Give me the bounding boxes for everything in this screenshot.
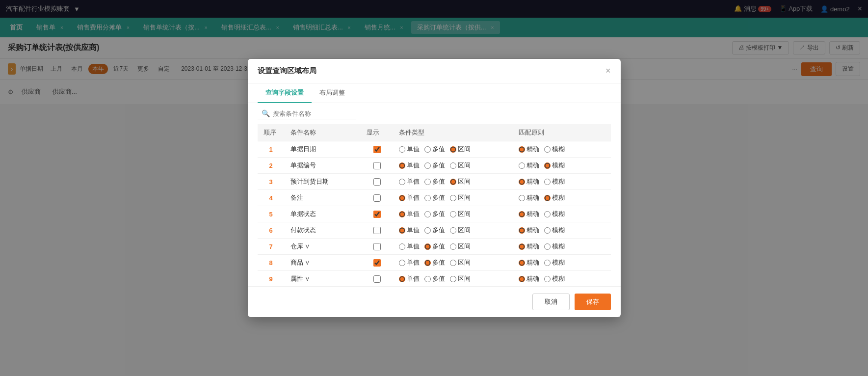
- radio-type-单值[interactable]: 单值: [399, 274, 420, 283]
- radio-type-区间[interactable]: 区间: [450, 145, 471, 154]
- radio-match-精确[interactable]: 精确: [519, 145, 539, 154]
- order-number: 4: [269, 194, 273, 202]
- radio-type-多值[interactable]: 多值: [424, 193, 445, 202]
- display-checkbox[interactable]: [373, 243, 381, 250]
- radio-type-单值[interactable]: 单值: [399, 226, 420, 235]
- radio-match-精确[interactable]: 精确: [519, 274, 539, 283]
- cancel-button[interactable]: 取消: [532, 294, 570, 310]
- table-row: 3预计到货日期单值多值区间精确模糊: [258, 174, 611, 190]
- radio-match-模糊[interactable]: 模糊: [544, 177, 565, 186]
- cell-display: [361, 158, 393, 174]
- radio-type-区间[interactable]: 区间: [450, 210, 471, 218]
- radio-type-多值[interactable]: 多值: [424, 242, 445, 251]
- cell-match: 精确模糊: [513, 190, 610, 206]
- display-checkbox[interactable]: [373, 259, 381, 267]
- cell-name: 仓库 ∨: [285, 239, 361, 255]
- radio-type-多值[interactable]: 多值: [424, 226, 445, 235]
- display-checkbox[interactable]: [373, 227, 381, 234]
- save-button[interactable]: 保存: [575, 294, 611, 310]
- cell-type: 单值多值区间: [393, 206, 513, 222]
- cell-order: 1: [258, 141, 285, 158]
- cell-match: 精确模糊: [513, 174, 610, 190]
- cell-display: [361, 222, 393, 239]
- cell-name: 商品 ∨: [285, 255, 361, 271]
- display-checkbox[interactable]: [373, 275, 381, 283]
- tab-layout[interactable]: 布局调整: [312, 83, 353, 103]
- radio-type-多值[interactable]: 多值: [424, 258, 445, 267]
- dialog-title: 设置查询区域布局: [258, 66, 316, 76]
- th-type: 条件类型: [393, 124, 513, 141]
- radio-match-精确[interactable]: 精确: [519, 226, 539, 235]
- cell-name: 单据状态: [285, 206, 361, 222]
- radio-match-精确[interactable]: 精确: [519, 258, 539, 267]
- search-icon: 🔍: [262, 109, 270, 117]
- radio-match-精确[interactable]: 精确: [519, 161, 539, 170]
- radio-match-模糊[interactable]: 模糊: [544, 193, 565, 202]
- radio-match-模糊[interactable]: 模糊: [544, 210, 565, 218]
- radio-type-区间[interactable]: 区间: [450, 161, 471, 170]
- display-checkbox[interactable]: [373, 162, 381, 169]
- radio-type-区间[interactable]: 区间: [450, 274, 471, 283]
- cell-match: 精确模糊: [513, 158, 610, 174]
- radio-type-单值[interactable]: 单值: [399, 177, 420, 186]
- th-name: 条件名称: [285, 124, 361, 141]
- radio-type-区间[interactable]: 区间: [450, 193, 471, 202]
- cell-type: 单值多值区间: [393, 271, 513, 287]
- table-row: 9属性 ∨单值多值区间精确模糊: [258, 271, 611, 287]
- radio-type-多值[interactable]: 多值: [424, 274, 445, 283]
- cell-display: [361, 190, 393, 206]
- th-match: 匹配原则: [513, 124, 610, 141]
- table-row: 7仓库 ∨单值多值区间精确模糊: [258, 239, 611, 255]
- tab-query-fields[interactable]: 查询字段设置: [258, 83, 312, 103]
- radio-type-多值[interactable]: 多值: [424, 145, 445, 154]
- cell-name: 付款状态: [285, 222, 361, 239]
- radio-match-精确[interactable]: 精确: [519, 177, 539, 186]
- th-display: 显示: [361, 124, 393, 141]
- cell-display: [361, 239, 393, 255]
- radio-type-单值[interactable]: 单值: [399, 258, 420, 267]
- radio-type-单值[interactable]: 单值: [399, 193, 420, 202]
- radio-match-模糊[interactable]: 模糊: [544, 226, 565, 235]
- radio-type-区间[interactable]: 区间: [450, 226, 471, 235]
- dialog-close-button[interactable]: ×: [605, 66, 611, 76]
- cell-match: 精确模糊: [513, 141, 610, 158]
- radio-type-单值[interactable]: 单值: [399, 210, 420, 218]
- modal-overlay: 设置查询区域布局 × 查询字段设置 布局调整 🔍 顺序 条件名称 显示: [0, 0, 868, 376]
- dialog: 设置查询区域布局 × 查询字段设置 布局调整 🔍 顺序 条件名称 显示: [248, 59, 621, 317]
- display-checkbox[interactable]: [373, 146, 381, 153]
- table-row: 8商品 ∨单值多值区间精确模糊: [258, 255, 611, 271]
- cell-type: 单值多值区间: [393, 239, 513, 255]
- radio-type-多值[interactable]: 多值: [424, 177, 445, 186]
- cell-display: [361, 255, 393, 271]
- radio-match-模糊[interactable]: 模糊: [544, 145, 565, 154]
- radio-match-模糊[interactable]: 模糊: [544, 161, 565, 170]
- radio-type-区间[interactable]: 区间: [450, 258, 471, 267]
- cell-order: 7: [258, 239, 285, 255]
- cell-order: 3: [258, 174, 285, 190]
- cell-type: 单值多值区间: [393, 255, 513, 271]
- radio-match-精确[interactable]: 精确: [519, 242, 539, 251]
- display-checkbox[interactable]: [373, 211, 381, 218]
- order-number: 7: [269, 243, 273, 250]
- display-checkbox[interactable]: [373, 194, 381, 202]
- order-number: 5: [269, 211, 273, 218]
- cell-order: 9: [258, 271, 285, 287]
- radio-match-模糊[interactable]: 模糊: [544, 274, 565, 283]
- radio-type-单值[interactable]: 单值: [399, 145, 420, 154]
- radio-match-精确[interactable]: 精确: [519, 210, 539, 218]
- radio-match-精确[interactable]: 精确: [519, 193, 539, 202]
- order-number: 1: [269, 146, 273, 153]
- cell-match: 精确模糊: [513, 271, 610, 287]
- radio-type-区间[interactable]: 区间: [450, 177, 471, 186]
- order-number: 2: [269, 162, 273, 169]
- radio-type-多值[interactable]: 多值: [424, 210, 445, 218]
- radio-type-单值[interactable]: 单值: [399, 242, 420, 251]
- radio-match-模糊[interactable]: 模糊: [544, 258, 565, 267]
- display-checkbox[interactable]: [373, 178, 381, 186]
- radio-type-多值[interactable]: 多值: [424, 161, 445, 170]
- cell-type: 单值多值区间: [393, 141, 513, 158]
- radio-match-模糊[interactable]: 模糊: [544, 242, 565, 251]
- search-input[interactable]: [273, 110, 351, 117]
- radio-type-区间[interactable]: 区间: [450, 242, 471, 251]
- radio-type-单值[interactable]: 单值: [399, 161, 420, 170]
